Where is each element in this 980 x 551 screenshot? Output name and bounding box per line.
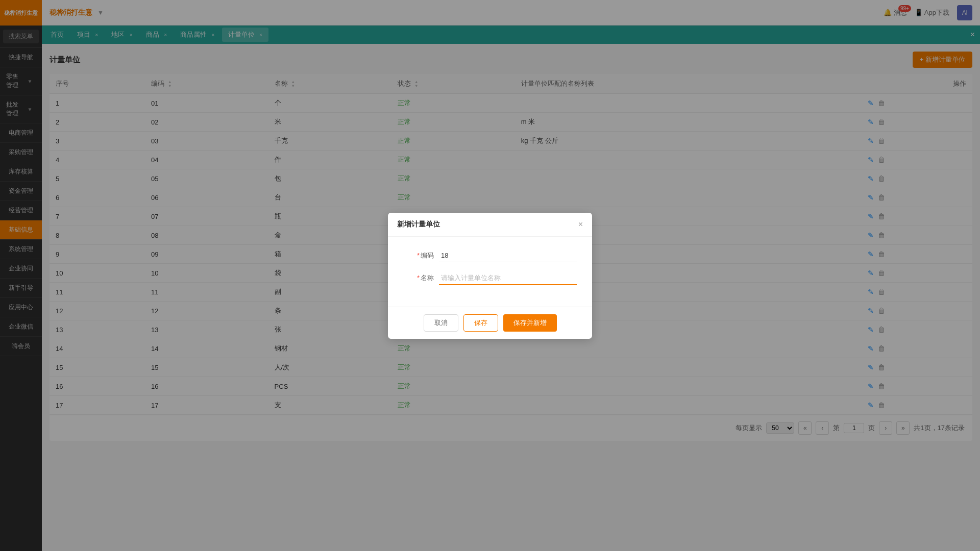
name-input[interactable]	[439, 271, 577, 285]
modal-overlay[interactable]: 新增计量单位 × *编码 *名称 取消 保存 保存并新增	[0, 0, 980, 551]
save-button[interactable]: 保存	[463, 314, 498, 332]
modal-header: 新增计量单位 ×	[388, 213, 592, 237]
add-unit-modal: 新增计量单位 × *编码 *名称 取消 保存 保存并新增	[388, 213, 592, 339]
modal-close-button[interactable]: ×	[578, 220, 583, 229]
code-field-row: *编码	[403, 249, 577, 262]
name-field-row: *名称	[403, 271, 577, 285]
required-marker: *	[417, 274, 420, 282]
code-field-label: *编码	[403, 251, 434, 260]
save-and-new-button[interactable]: 保存并新增	[503, 314, 557, 332]
modal-footer: 取消 保存 保存并新增	[388, 307, 592, 339]
cancel-button[interactable]: 取消	[424, 314, 458, 332]
code-input[interactable]	[439, 249, 577, 262]
modal-body: *编码 *名称	[388, 237, 592, 307]
required-marker: *	[417, 252, 420, 259]
name-field-label: *名称	[403, 273, 434, 283]
modal-title: 新增计量单位	[397, 220, 440, 229]
